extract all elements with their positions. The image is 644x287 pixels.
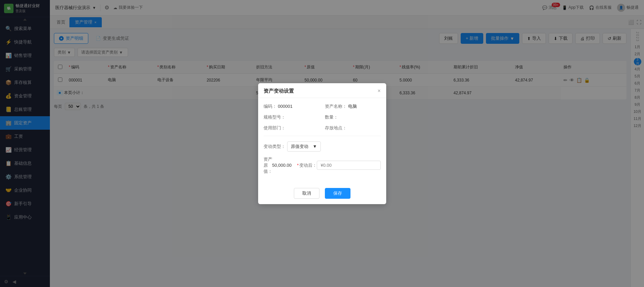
modal-change-type-row: 变动类型： 原值变动 ▼ (264, 141, 381, 152)
modal-header: 资产变动设置 × (258, 83, 386, 98)
asset-change-modal: 资产变动设置 × 编码： 000001 资产名称： 电脑 规格型号： (258, 83, 386, 204)
save-button[interactable]: 保存 (325, 188, 350, 199)
modal-location-field: 存放地点： (325, 125, 381, 131)
change-type-dropdown-icon: ▼ (313, 144, 317, 149)
after-change-input[interactable] (317, 161, 381, 170)
modal-close-button[interactable]: × (377, 88, 380, 94)
modal-footer: 取消 保存 (258, 185, 386, 204)
modal-quantity-field: 数量： (325, 114, 381, 120)
modal-row-1: 编码： 000001 资产名称： 电脑 (264, 103, 381, 109)
modal-row-3: 使用部门： 存放地点： (264, 125, 381, 131)
modal-divider (264, 136, 381, 136)
modal-overlay: 资产变动设置 × 编码： 000001 资产名称： 电脑 规格型号： (0, 0, 644, 287)
cancel-button[interactable]: 取消 (294, 188, 319, 199)
modal-spec-field: 规格型号： (264, 114, 319, 120)
modal-row-2: 规格型号： 数量： (264, 114, 381, 120)
modal-body: 编码： 000001 资产名称： 电脑 规格型号： 数量： (258, 98, 386, 185)
modal-title: 资产变动设置 (264, 88, 294, 94)
modal-asset-name-field: 资产名称： 电脑 (325, 103, 381, 109)
modal-dept-field: 使用部门： (264, 125, 319, 131)
modal-code-field: 编码： 000001 (264, 103, 319, 109)
modal-value-row: 资产原值： 50,000.00 * 变动后： (264, 156, 381, 174)
change-type-select[interactable]: 原值变动 ▼ (287, 141, 321, 152)
